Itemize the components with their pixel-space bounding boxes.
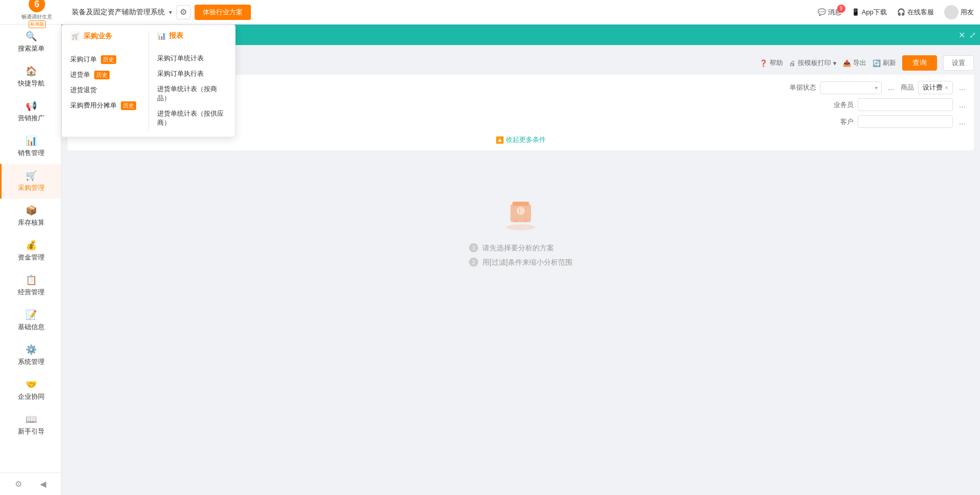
hint-dot-2: 2 bbox=[469, 257, 478, 267]
doc-status-group: 单据状态 bbox=[790, 81, 882, 94]
tab-close-action[interactable]: ✕ bbox=[958, 30, 965, 40]
goods-label: 商品 bbox=[901, 83, 914, 92]
sidebar-item-label-purchase: 采购管理 bbox=[18, 183, 45, 192]
report-in-goods-label: 进货单统计表（按商品） bbox=[157, 84, 227, 103]
industry-btn[interactable]: 体验行业方案 bbox=[195, 5, 251, 20]
purchase-biz-col: 🛒 采购业务 采购订单 历史 进货单 历史 进货退货 采购费用分摊单 历史 bbox=[62, 31, 148, 131]
sidebar-item-guide[interactable]: 📖 新手引导 bbox=[0, 407, 61, 442]
purchase-dropdown-menu: 🛒 采购业务 采购订单 历史 进货单 历史 进货退货 采购费用分摊单 历史 bbox=[61, 25, 236, 137]
sidebar-item-cooperation[interactable]: 🤝 企业协同 bbox=[0, 373, 61, 407]
app-download-btn[interactable]: 📱 App下载 bbox=[851, 8, 887, 17]
menu-report-order-exec[interactable]: 采购订单执行表 bbox=[157, 66, 227, 81]
sidebar-item-label-search: 搜索菜单 bbox=[18, 44, 45, 53]
hint-text-1: 请先选择要分析的方案 bbox=[482, 241, 554, 255]
sidebar-item-label-quick-nav: 快捷导航 bbox=[18, 79, 45, 88]
goods-group: 商品 设计费 × bbox=[901, 81, 952, 94]
goods-ellipsis[interactable]: ... bbox=[959, 83, 966, 92]
inventory-icon: 📦 bbox=[26, 205, 37, 216]
sidebar-settings-btn[interactable]: ⚙ bbox=[15, 479, 22, 489]
online-service-label: 在线客服 bbox=[907, 8, 934, 17]
basic-icon: 📝 bbox=[26, 309, 37, 320]
messages-btn[interactable]: 💬 消息 9 bbox=[818, 8, 841, 17]
cooperation-icon: 🤝 bbox=[26, 379, 37, 390]
system-name-text: 装备及固定资产辅助管理系统 bbox=[72, 8, 165, 17]
sidebar-item-search[interactable]: 🔍 搜索菜单 bbox=[0, 25, 61, 59]
customer-label: 客户 bbox=[840, 117, 854, 126]
sidebar-item-finance[interactable]: 💰 资金管理 bbox=[0, 233, 61, 268]
customer-input[interactable] bbox=[858, 115, 953, 128]
refresh-label: 刷新 bbox=[883, 58, 896, 68]
menu-purchase-return-label: 进货退货 bbox=[70, 85, 97, 95]
sidebar-item-operation[interactable]: 📋 经营管理 bbox=[0, 268, 61, 303]
header-right: 💬 消息 9 📱 App下载 🎧 在线客服 用友 bbox=[818, 5, 974, 19]
search-icon: 🔍 bbox=[26, 31, 37, 42]
sales-icon: 📊 bbox=[26, 135, 37, 146]
export-icon: 📤 bbox=[843, 59, 851, 67]
customer-ellipsis[interactable]: ... bbox=[959, 117, 966, 126]
sidebar-footer: ⚙ ◀ bbox=[0, 472, 61, 495]
salesperson-ellipsis[interactable]: ... bbox=[959, 100, 966, 110]
settings-btn[interactable]: 设置 bbox=[943, 55, 974, 71]
menu-purchase-return[interactable]: 进货退货 bbox=[70, 82, 140, 98]
sidebar-item-label-basic: 基础信息 bbox=[18, 322, 45, 332]
sidebar-item-basic[interactable]: 📝 基础信息 bbox=[0, 303, 61, 338]
help-icon: ❓ bbox=[759, 59, 768, 67]
settings-icon[interactable]: ⚙ bbox=[176, 5, 190, 19]
report-order-stat-label: 采购订单统计表 bbox=[157, 54, 204, 63]
sidebar-item-marketing[interactable]: 📢 营销推广 bbox=[0, 94, 61, 129]
system-dropdown-btn[interactable]: ▾ bbox=[169, 9, 172, 16]
purchase-icon: 🛒 bbox=[26, 170, 37, 181]
sidebar-item-system[interactable]: ⚙️ 系统管理 bbox=[0, 338, 61, 373]
doc-status-ellipsis[interactable]: ... bbox=[888, 83, 894, 92]
menu-report-in-supplier[interactable]: 进货单统计表（按供应商） bbox=[157, 106, 227, 131]
online-service-btn[interactable]: 🎧 在线客服 bbox=[897, 8, 934, 17]
doc-status-label: 单据状态 bbox=[790, 83, 816, 92]
print-dropdown-icon: ▾ bbox=[833, 59, 837, 67]
goods-tag-text: 设计费 bbox=[923, 83, 943, 92]
sidebar-item-purchase[interactable]: 🛒 采购管理 bbox=[0, 164, 61, 199]
help-btn[interactable]: ❓ 帮助 bbox=[759, 58, 783, 68]
purchase-biz-title: 🛒 采购业务 bbox=[70, 31, 140, 46]
sidebar-item-label-system: 系统管理 bbox=[18, 357, 45, 367]
menu-purchase-order-label: 采购订单 bbox=[70, 55, 97, 64]
top-header: 6 畅通调好生意 标准版 装备及固定资产辅助管理系统 ▾ ⚙ 体验行业方案 💬 … bbox=[0, 0, 980, 25]
menu-purchase-order[interactable]: 采购订单 历史 bbox=[70, 52, 140, 67]
salesperson-group: 业务员 bbox=[834, 98, 953, 111]
refresh-btn[interactable]: 🔄 刷新 bbox=[872, 58, 896, 68]
app-download-label: App下载 bbox=[862, 8, 887, 17]
goods-tag-close[interactable]: × bbox=[945, 84, 948, 91]
sidebar-item-label-cooperation: 企业协同 bbox=[18, 392, 45, 401]
print-btn[interactable]: 🖨 按模板打印 ▾ bbox=[789, 58, 837, 68]
sidebar-item-label-sales: 销售管理 bbox=[18, 148, 45, 158]
home-icon: 🏠 bbox=[26, 66, 37, 77]
menu-purchase-in[interactable]: 进货单 历史 bbox=[70, 67, 140, 82]
export-btn[interactable]: 📤 导出 bbox=[843, 58, 866, 68]
report-icon: 📊 bbox=[157, 32, 166, 40]
user-label: 用友 bbox=[961, 8, 974, 17]
menu-purchase-expense[interactable]: 采购费用分摊单 历史 bbox=[70, 98, 140, 113]
collapse-btn[interactable]: 🔼 收起更多条件 bbox=[496, 135, 546, 144]
menu-purchase-expense-label: 采购费用分摊单 bbox=[70, 101, 117, 110]
headset-icon: 🎧 bbox=[897, 8, 905, 16]
report-title: 📊 报表 bbox=[157, 31, 227, 45]
sidebar-item-sales[interactable]: 📊 销售管理 bbox=[0, 129, 61, 164]
sidebar-item-quick-nav[interactable]: 🏠 快捷导航 bbox=[0, 59, 61, 94]
tab-maximize-btn[interactable]: ⤢ bbox=[969, 30, 976, 40]
chevron-up-icon: 🔼 bbox=[496, 136, 504, 144]
menu-report-in-goods[interactable]: 进货单统计表（按商品） bbox=[157, 81, 227, 106]
doc-status-select[interactable] bbox=[820, 81, 882, 94]
empty-hint: 1 请先选择要分析的方案 2 用[过滤]条件来缩小分析范围 bbox=[469, 241, 572, 269]
user-btn[interactable]: 用友 bbox=[944, 5, 974, 19]
logo-icon: 6 bbox=[29, 0, 45, 12]
purchase-in-history-badge: 历史 bbox=[94, 71, 110, 79]
sidebar-collapse-btn[interactable]: ◀ bbox=[40, 479, 46, 489]
sidebar-item-inventory[interactable]: 📦 库存核算 bbox=[0, 199, 61, 233]
salesperson-input[interactable] bbox=[858, 98, 953, 111]
svg-point-0 bbox=[506, 224, 535, 230]
operation-icon: 📋 bbox=[26, 274, 37, 286]
export-label: 导出 bbox=[853, 58, 866, 68]
menu-report-order-stat[interactable]: 采购订单统计表 bbox=[157, 51, 227, 66]
goods-tag: 设计费 × bbox=[918, 81, 952, 94]
query-btn[interactable]: 查询 bbox=[902, 55, 937, 71]
purchase-biz-icon: 🛒 bbox=[70, 31, 80, 41]
